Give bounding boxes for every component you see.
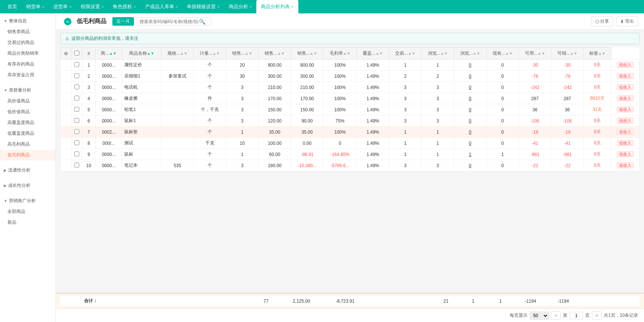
close-purchase-icon[interactable]: ×	[69, 4, 71, 9]
sidebar-group-cluster[interactable]: ▼ 类群量分析	[0, 85, 55, 96]
cell-checkbox[interactable]	[72, 82, 82, 93]
nav-home[interactable]: 首页	[3, 0, 22, 13]
main-layout: ▼ 整体信息 销售类商品 交易过的商品 商品分类助销率 有库存的商品 库存资金占…	[0, 13, 644, 322]
col-current[interactable]: 现有...▲▼	[486, 48, 519, 60]
close-product-analysis-icon[interactable]: ×	[250, 4, 252, 9]
col-product-code[interactable]: 商...▲▼	[96, 48, 122, 60]
sidebar-item-high-coverage[interactable]: 高覆盖度商品	[0, 117, 55, 128]
sidebar-item-inventory-capital[interactable]: 库存资金占用	[0, 70, 55, 80]
row-checkbox[interactable]	[74, 73, 79, 78]
sidebar-item-sales-goods[interactable]: 销售类商品	[0, 26, 55, 37]
nav-role-auth[interactable]: 角色授权 ×	[108, 0, 140, 13]
cell-checkbox[interactable]	[72, 115, 82, 127]
cell-coverage: 3	[389, 82, 422, 93]
nav-permissions[interactable]: 权限设置 ×	[76, 0, 108, 13]
cell-browse1[interactable]: 1	[454, 149, 486, 160]
cell-checkbox[interactable]	[72, 93, 82, 104]
cell-browse1[interactable]: 0	[454, 127, 486, 138]
col-available[interactable]: 可用...▲▼	[519, 48, 551, 60]
cell-checkbox[interactable]	[72, 104, 82, 115]
col-coverage[interactable]: 覆盖...▲▼	[357, 48, 389, 60]
close-finished-goods-icon[interactable]: ×	[176, 4, 178, 9]
row-checkbox[interactable]	[74, 152, 79, 156]
cell-checkbox[interactable]	[72, 149, 82, 160]
cell-checkbox[interactable]	[72, 138, 82, 149]
row-checkbox[interactable]	[74, 129, 79, 134]
cell-browse1[interactable]: 0	[454, 60, 486, 71]
cell-checkbox[interactable]	[72, 71, 82, 82]
sidebar-item-category-rate[interactable]: 商品分类助销率	[0, 48, 55, 59]
sidebar-item-high-value[interactable]: 高价值商品	[0, 96, 55, 106]
cell-browse1[interactable]: 0	[454, 93, 486, 104]
cell-browse1[interactable]: 0	[454, 138, 486, 149]
cell-browse1[interactable]: 0	[454, 160, 486, 171]
col-gross-rate[interactable]: 毛利率▲▼	[323, 48, 357, 60]
footer-browse1: 1	[459, 296, 487, 306]
sidebar-item-low-value[interactable]: 低价值商品	[0, 106, 55, 117]
page-number-input[interactable]	[570, 312, 583, 319]
footer-current: -1194	[514, 296, 547, 306]
cell-browse1[interactable]: 0	[454, 71, 486, 82]
row-checkbox[interactable]	[74, 96, 79, 101]
col-sale-qty[interactable]: 销售...▲▼	[226, 48, 259, 60]
close-role-auth-icon[interactable]: ×	[134, 4, 136, 9]
close-permissions-icon[interactable]: ×	[102, 4, 104, 9]
sidebar-group-overview[interactable]: ▼ 整体信息	[0, 16, 55, 26]
search-input[interactable]	[140, 19, 199, 24]
select-all-checkbox[interactable]	[74, 51, 79, 55]
col-unit[interactable]: 计量...▲▼	[193, 48, 226, 60]
row-checkbox[interactable]	[74, 140, 79, 145]
cell-checkbox[interactable]	[72, 160, 82, 171]
sidebar-item-new-products[interactable]: 新品	[0, 217, 55, 228]
sidebar-item-low-profit[interactable]: 低毛利商品	[0, 150, 55, 160]
row-checkbox[interactable]	[74, 118, 79, 123]
nav-finished-goods[interactable]: 产成品入库单 ×	[141, 0, 182, 13]
sidebar-collapse-button[interactable]: «	[64, 18, 71, 25]
nav-product-analysis-list[interactable]: 商品分析列表 ×	[256, 0, 298, 13]
filter-recent-month-button[interactable]: 近一月	[112, 17, 134, 26]
row-checkbox[interactable]	[74, 107, 79, 112]
cell-browse1[interactable]: 0	[454, 104, 486, 115]
sidebar-item-traded-goods[interactable]: 交易过的商品	[0, 37, 55, 48]
cell-sale-rate: 100%	[323, 93, 357, 104]
nav-product-analysis[interactable]: 商品分析 ×	[224, 0, 256, 13]
share-button[interactable]: ⬡ 分享	[591, 16, 613, 26]
sidebar-group-marketing[interactable]: ▼ 营销推广分析	[0, 195, 55, 206]
page-size-select[interactable]: 50 20 100	[530, 312, 549, 320]
next-page-button[interactable]: ＞	[592, 311, 602, 320]
close-sales-icon[interactable]: ×	[42, 4, 44, 9]
sidebar-item-all-products[interactable]: 全部商品	[0, 206, 55, 217]
col-tag[interactable]: 标签▲▼	[584, 48, 611, 60]
export-icon: ⬇	[620, 19, 624, 24]
nav-purchase[interactable]: 进货单 ×	[49, 0, 76, 13]
close-template-icon[interactable]: ×	[217, 4, 220, 9]
col-settings[interactable]: ⚙	[61, 48, 72, 60]
col-sale-amt[interactable]: 销售...▲▼	[259, 48, 291, 60]
cell-checkbox[interactable]	[72, 60, 82, 71]
prev-page-button[interactable]: ＜	[551, 311, 561, 320]
row-checkbox[interactable]	[74, 62, 79, 67]
col-spec[interactable]: 规格...▲▼	[161, 48, 193, 60]
col-product-name[interactable]: 商品名称▲▼	[122, 48, 161, 60]
row-checkbox[interactable]	[74, 85, 79, 89]
sidebar-group-growth[interactable]: ▶ 成长性分析	[0, 180, 55, 191]
cell-checkbox[interactable]	[72, 127, 82, 138]
sidebar-item-low-coverage[interactable]: 低覆盖度商品	[0, 128, 55, 139]
sidebar-item-high-profit[interactable]: 高毛利商品	[0, 139, 55, 150]
col-saleable[interactable]: 可销...▲▼	[551, 48, 583, 60]
col-browse1[interactable]: 浏览...▲▼	[422, 48, 454, 60]
col-sale-profit[interactable]: 销售...▲▼	[291, 48, 323, 60]
col-select-all[interactable]	[72, 48, 82, 60]
close-product-list-icon[interactable]: ×	[291, 4, 294, 9]
cell-sale-profit: 300.00	[291, 71, 323, 82]
sidebar-item-inventory-goods[interactable]: 有库存的商品	[0, 59, 55, 70]
row-checkbox[interactable]	[74, 163, 79, 168]
sidebar-group-circulation[interactable]: ▶ 流通性分析	[0, 165, 55, 176]
col-browse2[interactable]: 浏览...▲▼	[454, 48, 486, 60]
col-trade[interactable]: 交易...▲▼	[389, 48, 422, 60]
cell-browse1[interactable]: 0	[454, 82, 486, 93]
cell-browse1[interactable]: 0	[454, 115, 486, 127]
nav-sales[interactable]: 销货单 ×	[22, 0, 49, 13]
nav-template-settings[interactable]: 单据模板设置 ×	[182, 0, 224, 13]
export-button[interactable]: ⬇ 导出	[616, 16, 638, 26]
